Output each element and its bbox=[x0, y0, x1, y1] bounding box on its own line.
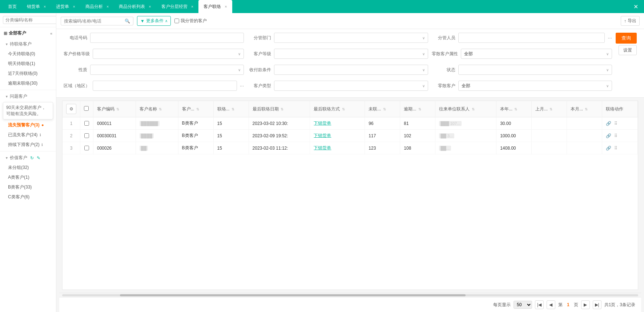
status-select[interactable]: ∨ bbox=[458, 65, 612, 75]
tab-customer-layer-close[interactable]: × bbox=[191, 4, 193, 9]
arrow-icon-2: ▼ bbox=[5, 95, 8, 98]
person-input[interactable] bbox=[458, 33, 605, 43]
last-page-button[interactable]: ▶| bbox=[593, 300, 601, 309]
th-settings[interactable]: ⚙ bbox=[63, 101, 80, 117]
sidebar-item-ungroup[interactable]: 未分组(32) bbox=[0, 163, 56, 173]
tab-customer-layer[interactable]: 客户分层经营 × bbox=[156, 0, 198, 13]
chevron-down-icon-9: ∨ bbox=[606, 84, 609, 88]
prev-page-button[interactable]: ◀ bbox=[547, 300, 555, 309]
my-customers-checkbox[interactable] bbox=[174, 19, 179, 23]
price-grade-select[interactable]: ∨ bbox=[93, 49, 244, 59]
retail-customer-select[interactable]: 全部 ∨ bbox=[458, 81, 612, 91]
next-page-button[interactable]: ▶ bbox=[581, 300, 590, 309]
payment-select[interactable]: ∨ bbox=[274, 65, 428, 75]
tab-analysis-list-close[interactable]: × bbox=[149, 4, 151, 9]
tab-sales-close[interactable]: × bbox=[44, 4, 46, 9]
tab-home[interactable]: 首页 bbox=[3, 0, 22, 13]
tab-purchase[interactable]: 进货单 × bbox=[51, 0, 80, 13]
tab-customer-contact[interactable]: 客户联络 × bbox=[198, 0, 232, 13]
th-uncontacted[interactable]: 未联... ⇅ bbox=[365, 101, 400, 117]
th-code[interactable]: 客户编码 ⇅ bbox=[93, 101, 136, 117]
tab-analysis-list[interactable]: 商品分析列表 × bbox=[114, 0, 156, 13]
more-conditions-button[interactable]: ▼ 更多条件 ∧ bbox=[137, 16, 171, 26]
sidebar-item-a-class[interactable]: A类客户(1) bbox=[0, 173, 56, 182]
th-last-method[interactable]: 最后联络方式 ⇅ bbox=[310, 101, 365, 117]
phone-input[interactable] bbox=[90, 33, 244, 43]
th-name[interactable]: 客户名称 ⇅ bbox=[136, 101, 178, 117]
row-checkbox-cell[interactable] bbox=[80, 117, 93, 130]
dept-select[interactable]: ∨ bbox=[274, 33, 428, 43]
row-checkbox-cell[interactable] bbox=[80, 142, 93, 154]
sidebar-item-churn-warning[interactable]: 流失预警客户(3) ● bbox=[0, 120, 56, 130]
customer-type-select[interactable]: ∨ bbox=[274, 81, 428, 91]
horizontal-scrollbar[interactable] bbox=[59, 293, 641, 297]
sidebar-all-customers[interactable]: ⊞ 全部客户 « bbox=[0, 27, 56, 39]
query-button[interactable]: 查询 bbox=[616, 33, 637, 44]
contact-icon[interactable]: 🔗 bbox=[606, 146, 611, 151]
tab-analysis-close[interactable]: × bbox=[106, 4, 109, 9]
customer-grade-select[interactable]: ∨ bbox=[274, 49, 428, 59]
row-checkbox[interactable] bbox=[84, 133, 89, 138]
tab-customer-contact-close[interactable]: × bbox=[225, 4, 227, 9]
tab-sales[interactable]: 销货单 × bbox=[22, 0, 51, 13]
edit-icon[interactable]: ✎ bbox=[37, 155, 40, 161]
my-customers-checkbox-label[interactable]: 我分管的客户 bbox=[174, 18, 207, 24]
th-this-year[interactable]: 本年... ⇅ bbox=[496, 101, 532, 117]
th-this-month[interactable]: 本月... ⇅ bbox=[567, 101, 602, 117]
row-checkbox-cell[interactable] bbox=[80, 130, 93, 142]
search-input[interactable] bbox=[64, 19, 123, 24]
contact-icon[interactable]: 🔗 bbox=[606, 121, 611, 126]
first-page-button[interactable]: |◀ bbox=[535, 300, 544, 309]
retail-attr-select[interactable]: 全部 ∨ bbox=[461, 49, 612, 59]
search-input-wrapper[interactable]: 🔍 bbox=[61, 17, 133, 25]
tab-analysis[interactable]: 商品分析 × bbox=[80, 0, 114, 13]
export-button[interactable]: ↑ 导出 bbox=[621, 16, 640, 26]
sidebar-item-declining[interactable]: 持续下滑客户(2) ℹ bbox=[0, 140, 56, 150]
th-contact-count[interactable]: 联络... ⇅ bbox=[213, 101, 249, 117]
tab-purchase-close[interactable]: × bbox=[73, 4, 75, 9]
row-checkbox[interactable] bbox=[84, 146, 89, 150]
sidebar-item-b-class[interactable]: B类客户(33) bbox=[0, 182, 56, 192]
nature-select[interactable]: ∨ bbox=[90, 65, 244, 75]
scrollbar-thumb[interactable] bbox=[120, 294, 466, 296]
row-last-method[interactable]: 下销货单 bbox=[310, 117, 365, 130]
sidebar-group-value[interactable]: ▼ 价值客户 ↻ ✎ bbox=[0, 153, 56, 163]
all-customers-label: 全部客户 bbox=[9, 30, 26, 36]
sidebar-group-pending[interactable]: ▼ 待联络客户 bbox=[0, 39, 56, 49]
th-last-date[interactable]: 最后联络日期 ⇅ bbox=[249, 101, 310, 117]
per-page-select[interactable]: 50 100 200 bbox=[514, 301, 532, 309]
scrollbar-track[interactable] bbox=[62, 294, 638, 296]
th-checkbox[interactable] bbox=[80, 101, 93, 117]
th-last-month[interactable]: 上月... ⇅ bbox=[532, 101, 567, 117]
th-contact-person[interactable]: 往来单位联系人 ⇅ bbox=[435, 101, 496, 117]
row-action[interactable]: 🔗 ⠿ bbox=[602, 117, 638, 130]
region-more-icon[interactable]: ··· bbox=[240, 83, 244, 89]
th-type[interactable]: 客户... ⇅ bbox=[178, 101, 213, 117]
sidebar-item-week[interactable]: 近7天待联络(0) bbox=[0, 69, 56, 78]
sidebar-search-input[interactable] bbox=[3, 16, 56, 24]
more-action-icon[interactable]: ⠿ bbox=[614, 146, 617, 151]
sidebar-item-overdue[interactable]: 逾期未联络(30) bbox=[0, 78, 56, 88]
contact-icon[interactable]: 🔗 bbox=[606, 133, 611, 138]
settings-button[interactable]: 设置 bbox=[619, 45, 637, 55]
more-action-icon[interactable]: ⠿ bbox=[614, 133, 617, 138]
more-action-icon[interactable]: ⠿ bbox=[614, 121, 617, 126]
sidebar-item-c-class[interactable]: C类客户(6) bbox=[0, 192, 56, 202]
column-settings-icon[interactable]: ⚙ bbox=[66, 104, 76, 114]
region-input[interactable] bbox=[93, 81, 237, 91]
sidebar-item-today[interactable]: 今天待联络(0) bbox=[0, 49, 56, 59]
select-all-checkbox[interactable] bbox=[84, 106, 89, 111]
th-overdue[interactable]: 逾期... ⇅ bbox=[400, 101, 435, 117]
refresh-icon[interactable]: ↻ bbox=[30, 155, 34, 161]
sidebar-group-problem[interactable]: ▼ 问题客户 bbox=[0, 92, 56, 101]
row-last-method[interactable]: 下销货单 bbox=[310, 130, 365, 142]
person-more-icon[interactable]: ··· bbox=[608, 35, 612, 41]
row-action[interactable]: 🔗 ⠿ bbox=[602, 142, 638, 154]
row-checkbox[interactable] bbox=[84, 121, 89, 126]
row-action[interactable]: 🔗 ⠿ bbox=[602, 130, 638, 142]
window-close-button[interactable]: ✕ bbox=[631, 3, 641, 10]
row-last-method[interactable]: 下销货单 bbox=[310, 142, 365, 154]
sidebar-collapse-icon[interactable]: « bbox=[50, 31, 52, 36]
sidebar-item-tomorrow[interactable]: 明天待联络(1) bbox=[0, 59, 56, 69]
sidebar-item-churned[interactable]: 已流失客户(24) ℹ bbox=[0, 130, 56, 140]
